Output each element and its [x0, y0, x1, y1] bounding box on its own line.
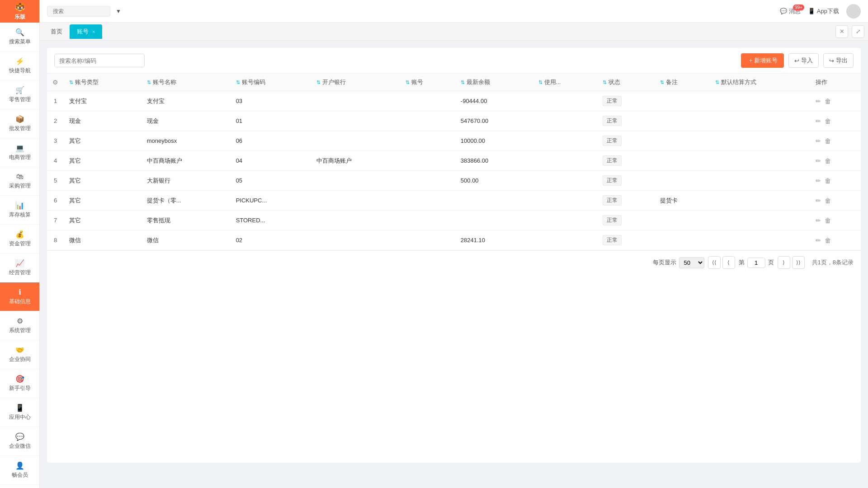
sidebar-item-purchase[interactable]: 🛍采购管理 — [0, 167, 39, 196]
tab-close-icon[interactable]: × — [92, 29, 95, 34]
sidebar-item-inventory[interactable]: 📊库存核算 — [0, 196, 39, 225]
inventory-icon: 📊 — [4, 201, 36, 210]
tab-close-button[interactable]: ✕ — [835, 25, 848, 38]
page-number-input[interactable] — [747, 258, 765, 268]
app-center-icon: 📱 — [4, 404, 36, 412]
th-default-settlement[interactable]: ⇅默认结算方式 — [710, 74, 810, 91]
th-account-type[interactable]: ⇅账号类型 — [64, 74, 142, 91]
delete-icon[interactable]: 🗑 — [825, 117, 831, 125]
cell-action: ✏ 🗑 — [810, 211, 861, 230]
cell-bank — [311, 191, 400, 211]
page-next-button[interactable]: ⟩ — [778, 256, 790, 269]
edit-icon[interactable]: ✏ — [816, 197, 821, 204]
page-prev-button[interactable]: ⟨ — [722, 256, 735, 269]
sidebar-item-wechat[interactable]: 💬企业微信 — [0, 427, 39, 456]
edit-icon[interactable]: ✏ — [816, 237, 821, 244]
th-account-code[interactable]: ⇅账号编码 — [231, 74, 311, 91]
tab-actions: ✕ ⤢ — [835, 25, 864, 38]
sidebar-item-operations[interactable]: 📈经营管理 — [0, 253, 39, 282]
sidebar-item-ecommerce[interactable]: 💻电商管理 — [0, 138, 39, 167]
app-download-button[interactable]: 📱 App下载 — [808, 7, 839, 15]
per-page-select[interactable]: 50 100 — [679, 257, 704, 268]
tab-account[interactable]: 账号 × — [70, 24, 102, 39]
edit-icon[interactable]: ✏ — [816, 217, 821, 224]
th-remark[interactable]: ⇅备注 — [655, 74, 710, 91]
gear-icon[interactable]: ⚙ — [52, 79, 58, 86]
header-dropdown[interactable]: ▼ — [116, 8, 121, 14]
sidebar-item-basic-info[interactable]: ℹ基础信息 — [0, 282, 39, 311]
sidebar-item-retail[interactable]: 🛒零售管理 — [0, 80, 39, 109]
sort-icon: ⇅ — [538, 80, 542, 85]
cell-status: 正常 — [597, 91, 655, 111]
edit-icon[interactable]: ✏ — [816, 98, 821, 105]
dropdown-arrow-icon: ▼ — [116, 8, 121, 14]
table-row: 2 现金 现金 01 547670.00 正常 ✏ 🗑 — [47, 111, 861, 131]
delete-icon[interactable]: 🗑 — [825, 157, 831, 164]
header-search-input[interactable] — [47, 6, 110, 17]
th-status[interactable]: ⇅状态 — [597, 74, 655, 91]
edit-icon[interactable]: ✏ — [816, 137, 821, 145]
delete-icon[interactable]: 🗑 — [825, 137, 831, 145]
sort-icon: ⇅ — [461, 80, 465, 85]
sidebar-item-enterprise[interactable]: 🤝企业协同 — [0, 340, 39, 369]
edit-icon[interactable]: ✏ — [816, 177, 821, 184]
cell-action: ✏ 🗑 — [810, 230, 861, 250]
th-settings[interactable]: ⚙ — [47, 74, 64, 91]
message-button[interactable]: 💬 消息 99+ — [780, 7, 801, 15]
th-balance[interactable]: ⇅最新余额 — [455, 74, 533, 91]
sort-icon: ⇅ — [603, 80, 607, 85]
tab-home[interactable]: 首页 — [43, 24, 70, 39]
sidebar-item-wholesale[interactable]: 📦批发管理 — [0, 109, 39, 138]
th-usage[interactable]: ⇅使用... — [533, 74, 598, 91]
finance-icon: 💰 — [4, 230, 36, 239]
message-badge: 99+ — [793, 5, 804, 10]
tab-account-label: 账号 — [77, 28, 89, 36]
import-button[interactable]: ↩ 导入 — [788, 53, 819, 68]
user-avatar[interactable] — [846, 4, 861, 19]
delete-icon[interactable]: 🗑 — [825, 98, 831, 105]
cell-balance: -90444.00 — [455, 91, 533, 111]
search-input[interactable] — [55, 55, 140, 67]
sidebar-item-guide[interactable]: 🎯新手引导 — [0, 369, 39, 398]
cell-status: 正常 — [597, 131, 655, 151]
sidebar-item-search[interactable]: 🔍搜索菜单 — [0, 23, 39, 52]
cell-num: 3 — [47, 131, 64, 151]
delete-icon[interactable]: 🗑 — [825, 197, 831, 204]
cell-account-code: 04 — [231, 151, 311, 171]
delete-icon[interactable]: 🗑 — [825, 217, 831, 224]
export-button[interactable]: ↪ 导出 — [823, 53, 854, 68]
cell-account-code: PICKUPC... — [231, 191, 311, 211]
th-account-name[interactable]: ⇅账号名称 — [142, 74, 231, 91]
enterprise-icon: 🤝 — [4, 346, 36, 354]
table-row: 4 其它 中百商场账户 04 中百商场账户 383866.00 正常 ✏ 🗑 — [47, 151, 861, 171]
page-first-button[interactable]: ⟨⟨ — [708, 256, 721, 269]
tab-maximize-button[interactable]: ⤢ — [852, 25, 864, 38]
delete-icon[interactable]: 🗑 — [825, 177, 831, 184]
sidebar-item-finance[interactable]: 💰资金管理 — [0, 225, 39, 253]
delete-icon[interactable]: 🗑 — [825, 237, 831, 244]
cell-account-code: 05 — [231, 171, 311, 191]
sidebar-item-member[interactable]: 👤畅会员 — [0, 456, 39, 485]
cell-balance: 28241.10 — [455, 230, 533, 250]
status-badge: 正常 — [603, 136, 622, 146]
cell-account-type: 其它 — [64, 131, 142, 151]
page-last-button[interactable]: ⟩⟩ — [792, 256, 805, 269]
sidebar-item-label: 快捷导航 — [4, 67, 36, 75]
table-row: 6 其它 提货卡（零... PICKUPC... 正常 提货卡 ✏ 🗑 — [47, 191, 861, 211]
edit-icon[interactable]: ✏ — [816, 157, 821, 164]
search-button[interactable]: 🔍 — [140, 54, 145, 67]
sidebar-item-app-center[interactable]: 📱应用中心 — [0, 398, 39, 427]
sidebar-item-quick-nav[interactable]: ⚡快捷导航 — [0, 52, 39, 80]
sidebar-item-system[interactable]: ⚙系统管理 — [0, 311, 39, 340]
sort-icon: ⇅ — [406, 80, 410, 85]
cell-num: 7 — [47, 211, 64, 230]
edit-icon[interactable]: ✏ — [816, 117, 821, 125]
th-bank[interactable]: ⇅开户银行 — [311, 74, 400, 91]
sidebar-item-label: 新手引导 — [4, 385, 36, 392]
cell-balance — [455, 191, 533, 211]
add-account-button[interactable]: + 新增账号 — [741, 53, 784, 68]
th-account-no[interactable]: ⇅账号 — [400, 74, 455, 91]
cell-account-name: 大新银行 — [142, 171, 231, 191]
sidebar-item-label: 电商管理 — [4, 154, 36, 161]
cell-status: 正常 — [597, 171, 655, 191]
